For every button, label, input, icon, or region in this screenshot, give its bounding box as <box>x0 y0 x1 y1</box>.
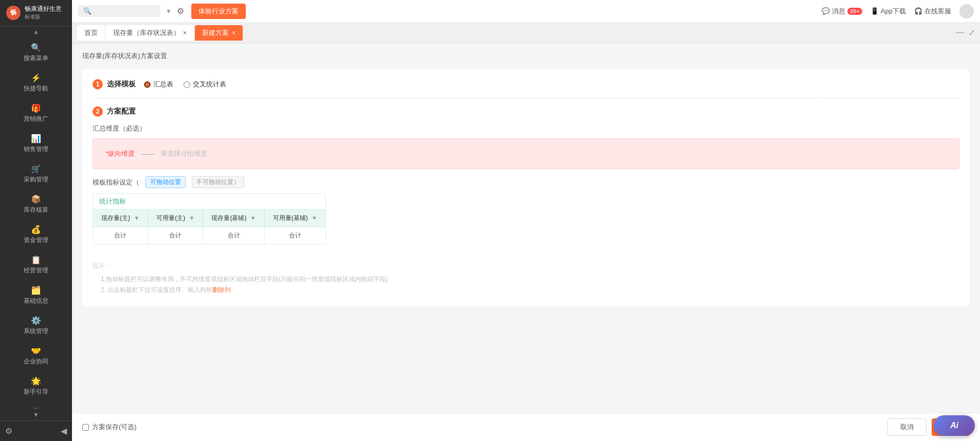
template-radio-group: 汇总表 交叉统计表 <box>144 80 226 89</box>
tab-new-scheme[interactable]: 新建方案 × <box>195 25 243 41</box>
collapse-icon[interactable]: ◀ <box>61 426 67 436</box>
chevron-down-icon: ▼ <box>250 215 256 221</box>
app-icon: 📱 <box>870 7 879 15</box>
enterprise-icon: 🤝 <box>31 346 41 356</box>
section2-header: 2 方案配置 <box>93 106 959 117</box>
marketing-icon: 🎁 <box>31 103 41 113</box>
settings-icon[interactable]: ⚙ <box>5 426 12 436</box>
table-header-row: 现存量(主) ▼ 可用量(主) ▼ 现存量(基辅) ▼ <box>93 210 325 227</box>
experience-button[interactable]: 体验行业方案 <box>191 4 246 19</box>
messages-label: 消息 <box>832 7 845 16</box>
tab-expand-icon[interactable]: ⤢ <box>968 28 975 38</box>
radio-crosstab-label: 交叉统计表 <box>193 80 226 89</box>
sidebar-item-label: 采购管理 <box>24 175 48 184</box>
messages-item[interactable]: 💬 消息 99+ <box>822 7 862 16</box>
indicator-settings-label: 模板指标设定（ <box>93 178 139 187</box>
tab-inventory-close-icon[interactable]: × <box>183 29 187 36</box>
sidebar-item-label: 经营管理 <box>24 266 48 275</box>
draggable-badge: 可拖动位置 <box>146 176 186 188</box>
shortcuts-icon: ⚡ <box>31 73 41 83</box>
sidebar-item-marketing[interactable]: 🎁 营销推广 <box>0 98 72 128</box>
dimension-label: 汇总维度（必选） <box>93 124 959 133</box>
sidebar-item-label: 快捷导航 <box>24 84 48 93</box>
hint-item-2: 2. 点击标题栏下拉可设置排序、插入列和删除列 <box>93 285 959 296</box>
section2-title: 方案配置 <box>107 107 136 116</box>
topbar-gear-icon[interactable]: ⚙ <box>177 6 184 16</box>
sidebar-item-appstore[interactable]: 📱 应用中心 <box>0 401 72 409</box>
sidebar-item-search[interactable]: 🔍 搜索菜单 <box>0 38 72 68</box>
sidebar-scroll-up[interactable]: ▲ <box>0 26 72 38</box>
topbar: 🔍 ▼ ⚙ 体验行业方案 💬 消息 99+ 📱 App下载 🎧 在线客服 <box>72 0 980 23</box>
tab-inventory-status[interactable]: 现存量（库存状况表） × <box>106 25 194 41</box>
sidebar-item-label: 基础信息 <box>24 297 48 305</box>
sidebar-item-label: 库存核算 <box>24 206 48 214</box>
search-input[interactable] <box>95 8 155 15</box>
radio-crosstab[interactable]: 交叉统计表 <box>184 80 226 89</box>
cell-main-current-subtotal: 合计 <box>93 227 148 245</box>
cancel-button[interactable]: 取消 <box>887 418 927 436</box>
search-chevron-icon[interactable]: ▼ <box>166 8 172 15</box>
sidebar-item-guide[interactable]: 🌟 新手引导 <box>0 371 72 401</box>
ai-bubble[interactable]: Ai <box>934 415 975 436</box>
radio-summary-input[interactable] <box>144 81 151 88</box>
non-draggable-badge: 不可拖动位置） <box>192 176 244 188</box>
tab-minimize-icon[interactable]: — <box>956 28 964 38</box>
radio-summary[interactable]: 汇总表 <box>144 80 173 89</box>
sidebar-item-management[interactable]: 📋 经营管理 <box>0 250 72 280</box>
tab-new-scheme-close-icon[interactable]: × <box>232 29 235 36</box>
tab-home[interactable]: 首页 <box>77 25 105 41</box>
headset-icon: 🎧 <box>914 7 922 15</box>
ai-label: Ai <box>950 421 958 430</box>
dim-field-label: *纵向维度 <box>105 149 135 158</box>
col-main-current[interactable]: 现存量(主) ▼ <box>93 210 148 227</box>
dim-dash: —— <box>141 150 154 158</box>
col-main-available[interactable]: 可用量(主) ▼ <box>148 210 203 227</box>
sales-icon: 📊 <box>31 134 41 143</box>
hint-highlight-delete: 删除列 <box>212 286 231 293</box>
col-aux-available[interactable]: 可用量(基辅) ▼ <box>264 210 325 227</box>
sidebar-scroll-down[interactable]: ▼ <box>0 409 72 420</box>
basic-icon: 🗂️ <box>31 285 41 295</box>
sidebar-item-label: 新手引导 <box>24 388 48 396</box>
sidebar-item-basic[interactable]: 🗂️ 基础信息 <box>0 280 72 310</box>
section2: 2 方案配置 汇总维度（必选） *纵向维度 —— 请选择分组维度 模板指标设定（… <box>93 106 959 296</box>
save-checkbox[interactable] <box>82 424 89 431</box>
col-aux-current[interactable]: 现存量(基辅) ▼ <box>203 210 264 227</box>
sidebar-nav: 🔍 搜索菜单 ⚡ 快捷导航 🎁 营销推广 📊 销售管理 🛒 采购管理 📦 库存核… <box>0 38 72 409</box>
section1-title: 选择模板 <box>107 80 136 89</box>
chevron-down-icon: ▼ <box>134 215 139 221</box>
sidebar-item-label: 销售管理 <box>24 145 48 154</box>
dim-placeholder[interactable]: 请选择分组维度 <box>160 149 207 158</box>
sidebar-item-system[interactable]: ⚙️ 系统管理 <box>0 310 72 341</box>
stats-table: 现存量(主) ▼ 可用量(主) ▼ 现存量(基辅) ▼ <box>93 210 325 244</box>
sidebar-item-finance[interactable]: 💰 资金管理 <box>0 219 72 250</box>
radio-summary-label: 汇总表 <box>153 80 173 89</box>
sidebar-item-label: 企业协同 <box>24 357 48 366</box>
hint-item-1: 1.拖动标题栏可以调整布局，不可跨维度或指标区域拖动栏目字段(只能在同一维度或指… <box>93 274 959 285</box>
save-checkbox-label[interactable]: 方案保存(可选) <box>82 422 137 432</box>
cell-aux-available-subtotal: 合计 <box>264 227 325 245</box>
online-service-item[interactable]: 🎧 在线客服 <box>914 7 951 16</box>
page-title: 现存量(库存状况表)方案设置 <box>82 51 970 61</box>
sidebar-item-shortcuts[interactable]: ⚡ 快捷导航 <box>0 68 72 98</box>
purchase-icon: 🛒 <box>31 164 41 174</box>
tab-inventory-label: 现存量（库存状况表） <box>113 28 180 38</box>
sidebar-item-enterprise[interactable]: 🤝 企业协同 <box>0 341 72 371</box>
hint-section: 提示： 1.拖动标题栏可以调整布局，不可跨维度或指标区域拖动栏目字段(只能在同一… <box>93 261 959 296</box>
system-icon: ⚙️ <box>31 316 41 325</box>
sidebar: 畅 畅康通好生意 标准版 ▲ 🔍 搜索菜单 ⚡ 快捷导航 🎁 营销推广 📊 销售… <box>0 0 72 441</box>
app-download-item[interactable]: 📱 App下载 <box>870 7 906 16</box>
topbar-search-box[interactable]: 🔍 <box>78 5 160 17</box>
user-avatar[interactable] <box>959 4 974 19</box>
topbar-right: 💬 消息 99+ 📱 App下载 🎧 在线客服 <box>822 4 974 19</box>
sidebar-item-inventory[interactable]: 📦 库存核算 <box>0 189 72 219</box>
sidebar-item-purchase[interactable]: 🛒 采购管理 <box>0 159 72 189</box>
main-card: 1 选择模板 汇总表 交叉统计表 2 方案 <box>82 69 970 306</box>
sidebar-item-sales[interactable]: 📊 销售管理 <box>0 128 72 159</box>
radio-crosstab-input[interactable] <box>184 81 190 88</box>
cell-aux-current-subtotal: 合计 <box>203 227 264 245</box>
tabbar: 首页 现存量（库存状况表） × 新建方案 × — ⤢ <box>72 23 980 43</box>
section1-header: 1 选择模板 汇总表 交叉统计表 <box>93 79 959 89</box>
management-icon: 📋 <box>31 255 41 265</box>
tab-home-label: 首页 <box>84 28 98 38</box>
